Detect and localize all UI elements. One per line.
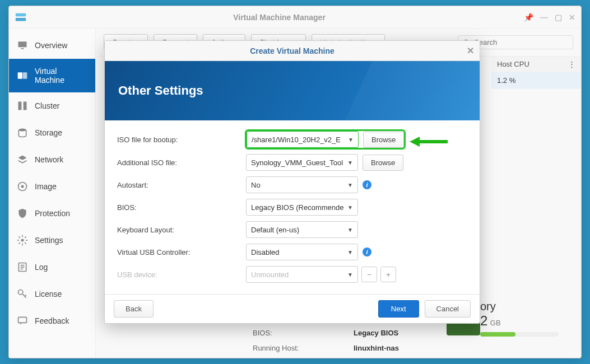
sidebar-item-overview[interactable]: Overview — [9, 32, 95, 59]
memory-value: 2 — [480, 313, 487, 328]
sidebar-item-cluster[interactable]: Cluster — [9, 92, 95, 119]
cancel-button[interactable]: Cancel — [425, 300, 471, 318]
usb-controller-label: Virtual USB Controller: — [117, 248, 246, 256]
sidebar-item-label: Image — [35, 182, 57, 191]
network-icon — [17, 154, 28, 165]
sidebar-item-storage[interactable]: Storage — [9, 119, 95, 146]
iso-bootup-label: ISO file for bootup: — [117, 136, 246, 144]
protection-icon — [17, 208, 28, 219]
bios-key: BIOS: — [253, 329, 331, 337]
bios-val: Legacy BIOS — [354, 329, 398, 337]
bios-select[interactable]: Legacy BIOS (Recommende▼ — [246, 199, 358, 216]
overview-icon — [17, 40, 28, 51]
chevron-down-icon: ▼ — [347, 160, 353, 166]
autostart-select[interactable]: No▼ — [246, 176, 358, 193]
app-icon — [15, 11, 27, 24]
close-icon[interactable]: ✕ — [569, 13, 575, 22]
memory-unit: GB — [490, 319, 501, 327]
modal-banner-text: Other Settings — [118, 83, 203, 98]
iso-bootup-browse-button[interactable]: Browse — [363, 132, 404, 148]
svg-point-11 — [21, 239, 24, 242]
svg-rect-6 — [18, 102, 22, 110]
host-cpu-header-label: Host CPU — [497, 60, 529, 68]
vm-icon — [17, 70, 28, 81]
sidebar-item-virtual-machine[interactable]: Virtual Machine — [9, 59, 95, 92]
bios-label: BIOS: — [117, 203, 246, 212]
svg-rect-4 — [18, 72, 22, 79]
chevron-down-icon: ▼ — [348, 137, 354, 143]
additional-iso-select[interactable]: Synology_VMM_Guest_Tool▼ — [246, 154, 358, 171]
vm-detail-rows: BIOS:Legacy BIOS Running Host:linuxhint-… — [253, 325, 399, 356]
key-icon — [17, 288, 28, 300]
remove-usb-button[interactable]: − — [361, 267, 377, 282]
pin-icon[interactable]: 📌 — [524, 13, 533, 22]
maximize-icon[interactable]: ▢ — [555, 13, 562, 22]
info-icon[interactable]: i — [363, 180, 371, 189]
modal-body: ISO file for bootup: /share1/Win10_20H2_… — [105, 120, 480, 294]
row-bios: BIOS: Legacy BIOS (Recommende▼ — [117, 199, 467, 216]
image-icon — [17, 181, 28, 192]
additional-iso-label: Additional ISO file: — [117, 158, 246, 167]
modal-titlebar: Create Virtual Machine ✕ — [105, 41, 480, 61]
svg-rect-5 — [23, 72, 27, 79]
memory-bar — [480, 332, 559, 337]
usb-controller-select[interactable]: Disabled▼ — [246, 244, 358, 260]
desktop: Virtual Machine Manager 📌 — ▢ ✕ Overview… — [0, 0, 590, 364]
keyboard-select[interactable]: Default (en-us)▼ — [246, 221, 358, 238]
modal-footer: Back Next Cancel — [105, 294, 480, 323]
back-button[interactable]: Back — [114, 300, 154, 318]
info-icon[interactable]: i — [363, 248, 371, 256]
window-controls: 📌 — ▢ ✕ — [524, 13, 575, 22]
host-cpu-panel: Host CPU ⋮ 1.2 % — [491, 57, 581, 89]
modal-title-text: Create Virtual Machine — [250, 46, 335, 55]
cluster-icon — [17, 100, 28, 111]
search-input[interactable] — [474, 38, 568, 46]
modal-banner: Other Settings — [105, 61, 480, 120]
host-cpu-value: 1.2 % — [491, 72, 581, 89]
sidebar-item-protection[interactable]: Protection — [9, 200, 95, 227]
svg-rect-2 — [18, 41, 27, 47]
app-window: Virtual Machine Manager 📌 — ▢ ✕ Overview… — [8, 6, 582, 358]
svg-point-10 — [21, 185, 24, 188]
sidebar-item-license[interactable]: License — [9, 281, 95, 307]
additional-iso-browse-button[interactable]: Browse — [363, 155, 403, 171]
sidebar-item-network[interactable]: Network — [9, 146, 95, 173]
sidebar-item-label: Virtual Machine — [35, 67, 87, 85]
host-key: Running Host: — [253, 344, 331, 352]
sidebar-item-image[interactable]: Image — [9, 173, 95, 200]
sidebar-item-log[interactable]: Log — [9, 254, 95, 281]
chevron-down-icon: ▼ — [347, 249, 353, 255]
row-keyboard: Keyboard Layout: Default (en-us)▼ — [117, 221, 467, 238]
svg-point-16 — [18, 290, 23, 295]
row-additional-iso: Additional ISO file: Synology_VMM_Guest_… — [117, 154, 467, 171]
chevron-down-icon: ▼ — [347, 204, 353, 211]
memory-title: ory — [480, 300, 559, 313]
create-vm-modal: Create Virtual Machine ✕ Other Settings … — [104, 40, 480, 324]
row-autostart: Autostart: No▼ i — [117, 176, 467, 193]
modal-close-icon[interactable]: ✕ — [467, 45, 474, 56]
titlebar: Virtual Machine Manager 📌 — ▢ ✕ — [9, 6, 581, 29]
host-cpu-header: Host CPU ⋮ — [491, 57, 581, 72]
minimize-icon[interactable]: — — [540, 13, 548, 22]
iso-bootup-select[interactable]: /share1/Win10_20H2_v2_E▼ — [247, 131, 359, 148]
row-usb-controller: Virtual USB Controller: Disabled▼ i — [117, 244, 467, 260]
log-icon — [17, 262, 28, 273]
sidebar-item-label: Network — [35, 155, 63, 164]
sidebar-item-label: Log — [35, 263, 48, 272]
next-button[interactable]: Next — [378, 300, 419, 318]
more-icon[interactable]: ⋮ — [568, 60, 575, 68]
row-iso-bootup: ISO file for bootup: /share1/Win10_20H2_… — [117, 130, 467, 148]
usb-device-select: Unmounted▼ — [246, 266, 358, 283]
svg-point-8 — [18, 129, 26, 132]
memory-widget: ory 2 GB — [480, 300, 559, 337]
sidebar-item-feedback[interactable]: Feedback — [9, 307, 95, 334]
chevron-down-icon: ▼ — [347, 182, 353, 188]
svg-rect-0 — [16, 13, 26, 16]
sidebar-item-label: Settings — [35, 236, 63, 245]
sidebar-item-label: Protection — [35, 209, 70, 218]
svg-rect-3 — [21, 48, 24, 49]
sidebar-item-settings[interactable]: Settings — [9, 227, 95, 254]
add-usb-button[interactable]: + — [380, 267, 396, 282]
sidebar-item-label: Feedback — [35, 316, 69, 325]
svg-rect-1 — [16, 17, 26, 20]
